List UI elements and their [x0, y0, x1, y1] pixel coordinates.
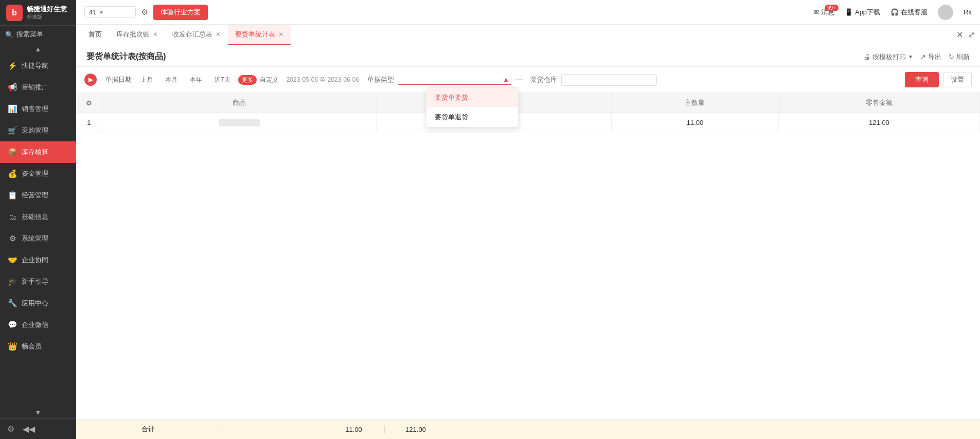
- cell-qty: 11.00: [611, 113, 778, 132]
- date-filter-group: 单据日期 上月 本月 本年 近7天 更多 自定义: [105, 74, 278, 86]
- print-icon: 🖨: [864, 53, 870, 61]
- sidebar-item-sales[interactable]: 📊 销售管理: [0, 98, 76, 120]
- order-stats-label: 要货单统计表: [235, 30, 275, 39]
- col-qty: 主数量: [611, 93, 778, 113]
- maximize-icon[interactable]: ⤢: [968, 30, 975, 40]
- sidebar-item-marketing[interactable]: 📢 营销推广: [0, 77, 76, 98]
- search-menu-label: 搜索菜单: [16, 30, 43, 39]
- dropdown-item-order-return[interactable]: 要货单退货: [426, 107, 518, 127]
- sidebar-item-label: 资金管理: [22, 169, 48, 178]
- topbar: 41 ▼ ⚙ 体验行业方案 ✉ 消息 99+ 📱 App下载 🎧 在线客服 Ri…: [76, 0, 980, 25]
- type-select-arrow[interactable]: ▲: [503, 76, 509, 83]
- refresh-icon: ↻: [949, 53, 954, 61]
- inventory-batch-label: 库存批次账: [116, 30, 150, 39]
- user-avatar[interactable]: [938, 5, 953, 20]
- col-settings: ⚙: [76, 93, 102, 113]
- warehouse-filter-group: 要货仓库: [530, 74, 657, 86]
- app-name: 畅捷通好生意: [27, 5, 67, 14]
- message-button[interactable]: ✉ 消息 99+: [813, 8, 834, 17]
- sidebar-item-purchase[interactable]: 🛒 采购管理: [0, 120, 76, 141]
- basics-icon: 🗂: [7, 212, 17, 222]
- sidebar-collapse-icon[interactable]: ◀◀: [23, 424, 35, 434]
- wechat-icon: 💬: [7, 320, 17, 330]
- warehouse-filter-label: 要货仓库: [530, 75, 557, 84]
- col-amount: 零售金额: [778, 93, 979, 113]
- vip-icon: 👑: [7, 341, 17, 352]
- receive-summary-label: 收发存汇总表: [172, 30, 212, 39]
- message-icon: ✉: [813, 8, 819, 16]
- type-filter-more[interactable]: ···: [515, 75, 522, 84]
- sidebar-item-inventory[interactable]: 📦 库存核算: [0, 141, 76, 163]
- warehouse-input[interactable]: [561, 74, 657, 86]
- search-icon: 🔍: [5, 31, 13, 39]
- search-menu[interactable]: 🔍 搜索菜单: [0, 26, 76, 43]
- scroll-up-btn[interactable]: ▲: [0, 43, 76, 55]
- tab-order-stats[interactable]: 要货单统计表 ✕: [228, 25, 291, 45]
- footer-qty: 11.00: [345, 426, 362, 433]
- date-more[interactable]: 更多: [238, 75, 257, 85]
- tabs-bar: 首页 库存批次账 ✕ 收发存汇总表 ✕ 要货单统计表 ✕ ✕ ⤢: [76, 25, 980, 45]
- footer-label: 合计: [141, 425, 155, 433]
- tab-home[interactable]: 首页: [81, 25, 109, 45]
- close-order-stats[interactable]: ✕: [278, 31, 283, 38]
- sidebar-item-label: 畅会员: [22, 342, 42, 351]
- query-button[interactable]: 查询: [905, 72, 939, 87]
- app-sub: 标准版: [27, 13, 67, 20]
- table-footer: 合计 11.00 121.00: [76, 419, 980, 439]
- sidebar-item-operations[interactable]: 📋 经营管理: [0, 185, 76, 206]
- page-header: 要货单统计表(按商品) 🖨 按模板打印 ▼ ↗ 导出 ↻ 刷新: [76, 45, 980, 67]
- app-download-icon: 📱: [845, 8, 853, 16]
- topbar-settings-icon[interactable]: ⚙: [141, 7, 148, 17]
- sidebar-item-apps[interactable]: 🔧 应用中心: [0, 292, 76, 314]
- username-label: Rit: [964, 8, 972, 16]
- filter-bar: ▶ 单据日期 上月 本月 本年 近7天 更多 自定义 2023-05-06 至 …: [76, 67, 980, 93]
- sidebar-item-guide[interactable]: 🎓 新手引导: [0, 271, 76, 292]
- sidebar-item-collab[interactable]: 🤝 企业协同: [0, 249, 76, 271]
- trial-button[interactable]: 体验行业方案: [153, 5, 208, 20]
- dropdown-item-order-goods[interactable]: 要货单要货: [426, 88, 518, 107]
- settings-button[interactable]: 设置: [943, 72, 972, 87]
- sidebar-item-quick-nav[interactable]: ⚡ 快捷导航: [0, 55, 76, 77]
- close-all-tabs-icon[interactable]: ✕: [956, 30, 963, 40]
- sidebar-item-system[interactable]: ⚙ 系统管理: [0, 228, 76, 249]
- date-custom[interactable]: 自定义: [260, 76, 278, 84]
- quick-nav-icon: ⚡: [7, 61, 17, 71]
- scroll-down-btn[interactable]: ▼: [0, 407, 76, 418]
- store-selector-text: ▼: [98, 9, 104, 15]
- sidebar-bottom: ⚙ ◀◀: [0, 418, 76, 439]
- collab-icon: 🤝: [7, 255, 17, 265]
- tab-inventory-batch[interactable]: 库存批次账 ✕: [109, 25, 165, 45]
- close-receive-summary[interactable]: ✕: [216, 31, 221, 38]
- table-container: ⚙ 商品 主计量单位 主数量 零售金额 1 块: [76, 93, 980, 419]
- type-filter-label: 单据类型: [367, 75, 394, 84]
- sales-icon: 📊: [7, 104, 17, 114]
- refresh-action[interactable]: ↻ 刷新: [949, 52, 970, 62]
- close-inventory-batch[interactable]: ✕: [153, 31, 158, 38]
- sidebar-item-basics[interactable]: 🗂 基础信息: [0, 206, 76, 228]
- date-last-month[interactable]: 上月: [136, 74, 157, 86]
- sidebar-item-vip[interactable]: 👑 畅会员: [0, 336, 76, 357]
- type-selector[interactable]: ▲: [398, 75, 511, 85]
- tab-receive-summary[interactable]: 收发存汇总表 ✕: [165, 25, 228, 45]
- app-download-button[interactable]: 📱 App下载: [845, 8, 880, 17]
- store-selector[interactable]: 41 ▼: [84, 6, 136, 18]
- sidebar-item-label: 系统管理: [22, 234, 48, 243]
- online-service-button[interactable]: 🎧 在线客服: [890, 8, 928, 17]
- table-body: 1 块 11.00 121.00: [76, 113, 980, 132]
- export-action[interactable]: ↗ 导出: [920, 52, 941, 62]
- table-settings-icon[interactable]: ⚙: [86, 99, 92, 107]
- sidebar-item-wechat[interactable]: 💬 企业微信: [0, 314, 76, 336]
- date-this-month[interactable]: 本月: [161, 74, 182, 86]
- date-this-year[interactable]: 本年: [185, 74, 207, 86]
- cell-product: [102, 113, 376, 132]
- sidebar-settings-icon[interactable]: ⚙: [7, 424, 14, 434]
- purchase-icon: 🛒: [7, 125, 17, 136]
- type-input[interactable]: [400, 76, 501, 83]
- type-filter-group: 单据类型 ▲ ···: [367, 75, 522, 85]
- print-action[interactable]: 🖨 按模板打印 ▼: [864, 52, 913, 62]
- sidebar-item-finance[interactable]: 💰 资金管理: [0, 163, 76, 185]
- export-label: 导出: [928, 52, 941, 62]
- date-filter-label: 单据日期: [105, 75, 132, 84]
- filter-expand-button[interactable]: ▶: [84, 74, 97, 86]
- date-last-7days[interactable]: 近7天: [210, 74, 235, 86]
